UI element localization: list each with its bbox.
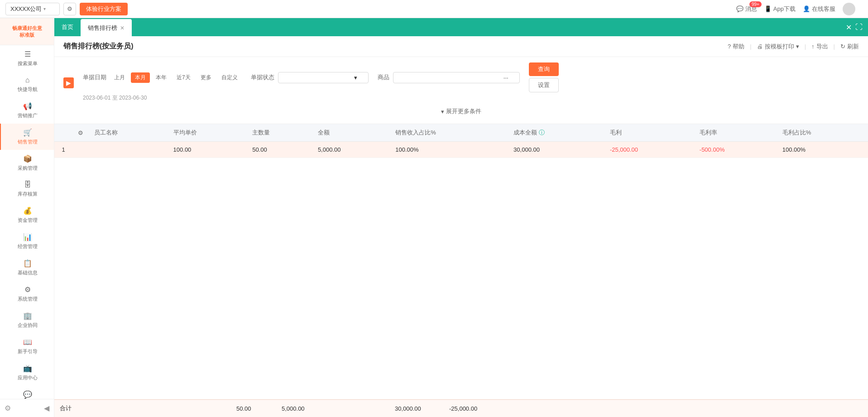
expand-label: 展开更多条件 [446,107,481,115]
app-download-button[interactable]: 📱 App下载 [764,5,796,13]
sidebar-item-label: 企业协同 [18,322,38,329]
help-icon: ? [728,43,731,50]
col-gross-rate: 毛利率 [694,124,777,142]
filter-toggle-icon[interactable]: ▶ [63,77,74,88]
inventory-icon: 🗄 [24,181,31,189]
avatar[interactable] [843,3,855,15]
top-right-actions: 💬 消息 99+ 📱 App下载 👤 在线客服 [736,3,863,15]
tab-close-icon[interactable]: ✕ [120,25,125,31]
sidebar-item-quick-nav[interactable]: ⌂ 快捷导航 [0,72,54,97]
action-buttons: 查询 设置 [529,62,559,92]
print-button[interactable]: 🖨 按模板打印 ▾ [757,43,799,51]
sidebar-item-label: 经营管理 [18,243,38,250]
status-filter: 单据状态 ▾ [251,72,369,83]
refresh-label: 刷新 [847,43,859,51]
sidebar-item-operations[interactable]: 📊 经营管理 [0,228,54,254]
operations-icon: 📊 [23,233,32,241]
company-name: XXXXX公司 [10,5,42,13]
table-header-row: ⚙ 员工名称 平均单价 主数量 全额 销售收入占比% 成本全额 ⓘ 毛利 毛利率… [54,124,868,142]
help-button[interactable]: ? 帮助 [728,43,744,51]
col-gross: 毛利 [604,124,694,142]
sidebar-item-inventory[interactable]: 🗄 库存核算 [0,176,54,202]
date-label: 单据日期 [83,73,106,81]
sidebar-item-label: 基础信息 [18,269,38,276]
company-selector[interactable]: XXXXX公司 ▾ [5,3,60,15]
goods-input[interactable]: ··· [393,72,520,83]
help-label: 帮助 [733,43,744,51]
sidebar-item-finance[interactable]: 💰 资金管理 [0,202,54,228]
filter-row-1: ▶ 单据日期 上月 本月 本年 近7天 更多 [63,62,859,102]
cell-gross-pct: 100.00% [777,142,868,158]
tab-close-all-icon[interactable]: ✕ [846,23,852,32]
sidebar-item-guide[interactable]: 📖 新手引导 [0,333,54,359]
online-service-label: 在线客服 [812,5,835,13]
cell-gross: -25,000.00 [604,142,694,158]
sidebar-item-label: 采购管理 [18,165,38,172]
col-cost: 成本全额 ⓘ [508,124,604,142]
date-range-text: 2023-06-01 至 2023-06-30 [83,95,147,101]
date-this-year[interactable]: 本年 [152,72,171,83]
wechat-icon: 💬 [23,390,32,399]
tab-sales-ranking[interactable]: 销售排行榜 ✕ [81,19,132,37]
refresh-button[interactable]: ↻ 刷新 [840,43,859,51]
sidebar-item-sales[interactable]: 🛒 销售管理 [0,124,54,150]
trial-button[interactable]: 体验行业方案 [80,3,128,15]
sidebar-collapse-icon[interactable]: ◀ [44,404,49,412]
settings-icon[interactable]: ⚙ [63,3,76,15]
main-layout: 畅康通好生意 标准版 ☰ 搜索菜单 ⌂ 快捷导航 📢 营销推广 🛒 销售管理 [0,18,868,417]
sidebar-settings-icon[interactable]: ⚙ [5,404,11,412]
cost-info-icon[interactable]: ⓘ [539,129,545,136]
print-icon: 🖨 [757,43,763,50]
settings-button[interactable]: 设置 [529,78,559,92]
table-area: ⚙ 员工名称 平均单价 主数量 全额 销售收入占比% 成本全额 ⓘ 毛利 毛利率… [54,124,868,399]
sidebar: 畅康通好生意 标准版 ☰ 搜索菜单 ⌂ 快捷导航 📢 营销推广 🛒 销售管理 [0,18,54,417]
footer-gross: -25,000.00 [449,405,504,412]
cell-settings [72,142,89,158]
tab-actions: ✕ ⛶ [846,23,868,32]
logo-line2: 标准版 [12,32,42,38]
purchase-icon: 📦 [23,154,32,163]
date-last-7[interactable]: 近7天 [173,72,195,83]
marketing-icon: 📢 [23,102,32,110]
date-more[interactable]: 更多 [197,72,216,83]
expand-filters-button[interactable]: ▾ 展开更多条件 [441,105,481,118]
page-content: 销售排行榜(按业务员) ? 帮助 | 🖨 按模板打印 ▾ | ↑ [54,36,868,417]
sidebar-item-wechat[interactable]: 💬 企业微信 [0,386,54,399]
cell-revenue-pct: 100.00% [390,142,508,158]
online-service-button[interactable]: 👤 在线客服 [803,5,835,13]
date-custom[interactable]: 自定义 [217,72,242,83]
col-avg-price: 平均单价 [168,124,247,142]
message-button[interactable]: 💬 消息 99+ [736,5,757,13]
sidebar-item-label: 新手引导 [18,348,38,355]
status-select[interactable]: ▾ [278,72,369,83]
message-badge: 99+ [749,1,762,7]
service-icon: 👤 [803,5,810,12]
date-this-month[interactable]: 本月 [131,72,150,83]
sidebar-item-system[interactable]: ⚙ 系统管理 [0,281,54,307]
tab-home-label: 首页 [62,23,73,31]
sidebar-item-app-center[interactable]: 📺 应用中心 [0,359,54,386]
query-button[interactable]: 查询 [529,62,559,76]
col-amount: 全额 [312,124,390,142]
tab-expand-icon[interactable]: ⛶ [855,23,863,31]
print-chevron-icon: ▾ [796,43,799,50]
enterprise-icon: 🏢 [23,312,32,320]
sidebar-item-label: 搜索菜单 [18,60,38,67]
sidebar-item-marketing[interactable]: 📢 营销推广 [0,97,54,124]
date-last-month[interactable]: 上月 [110,72,129,83]
expand-filter-row: ▾ 展开更多条件 [63,105,859,118]
footer-label: 合计 [60,404,182,412]
sidebar-item-enterprise[interactable]: 🏢 企业协同 [0,307,54,333]
filter-main: 单据日期 上月 本月 本年 近7天 更多 自定义 [83,62,859,102]
sidebar-item-label: 库存核算 [18,191,38,197]
goods-label: 商品 [378,73,389,81]
date-filter: 单据日期 上月 本月 本年 近7天 更多 自定义 [83,72,242,83]
expand-icon: ▾ [441,108,444,115]
col-settings[interactable]: ⚙ [72,124,89,142]
export-button[interactable]: ↑ 导出 [811,43,828,51]
tab-home[interactable]: 首页 [54,18,81,36]
sidebar-item-basic-info[interactable]: 📋 基础信息 [0,254,54,281]
cell-cost: 30,000.00 [508,142,604,158]
sidebar-item-purchase[interactable]: 📦 采购管理 [0,150,54,176]
sidebar-item-search-orders[interactable]: ☰ 搜索菜单 [0,45,54,72]
